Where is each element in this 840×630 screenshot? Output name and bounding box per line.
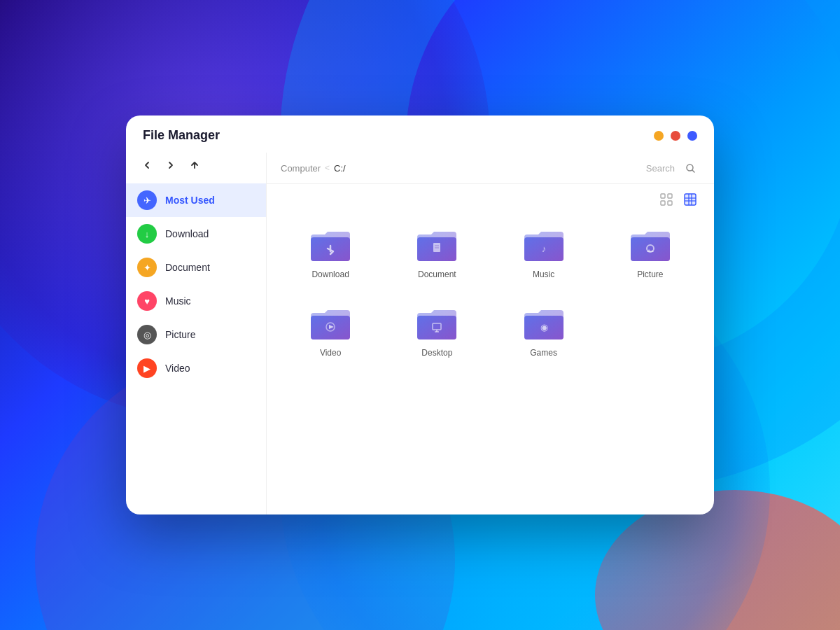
- sidebar: ✈Most Used↓Download✦Document♥Music◎Pictu…: [126, 153, 266, 514]
- back-button[interactable]: [137, 155, 157, 175]
- sidebar-icon-video: ▶: [137, 358, 157, 378]
- sidebar-label-most-used: Most Used: [165, 195, 215, 206]
- svg-rect-2: [668, 194, 672, 198]
- sidebar-item-download[interactable]: ↓Download: [126, 217, 266, 251]
- folder-icon-picture: [628, 226, 673, 264]
- file-label-picture: Picture: [637, 270, 663, 279]
- svg-rect-3: [661, 201, 665, 205]
- sidebar-item-most-used[interactable]: ✈Most Used: [126, 183, 266, 217]
- sidebar-label-music: Music: [165, 295, 191, 307]
- sidebar-label-download: Download: [165, 228, 209, 239]
- search-button[interactable]: [680, 158, 700, 178]
- sidebar-item-music[interactable]: ♥Music: [126, 284, 266, 318]
- svg-rect-1: [661, 194, 665, 198]
- sidebar-item-document[interactable]: ✦Document: [126, 251, 266, 284]
- sidebar-item-video[interactable]: ▶Video: [126, 351, 266, 385]
- titlebar: File Manager: [126, 115, 714, 153]
- file-label-video: Video: [320, 348, 341, 358]
- search-placeholder: Search: [646, 163, 675, 174]
- main-area: ✈Most Used↓Download✦Document♥Music◎Pictu…: [126, 153, 714, 514]
- folder-icon-document: [414, 226, 459, 264]
- sidebar-label-document: Document: [165, 262, 210, 273]
- breadcrumb-computer: Computer: [281, 163, 321, 174]
- sidebar-icon-document: ✦: [137, 258, 157, 277]
- view-controls: [267, 184, 714, 215]
- file-label-desktop: Desktop: [421, 348, 452, 358]
- svg-rect-4: [668, 201, 672, 205]
- sidebar-item-picture[interactable]: ◎Picture: [126, 318, 266, 351]
- file-manager-window: File Manager: [126, 115, 714, 514]
- files-grid: Download Document ♪ Music: [267, 215, 714, 514]
- search-area: Search: [646, 158, 700, 178]
- up-button[interactable]: [185, 155, 204, 175]
- folder-icon-games: ◉: [522, 304, 566, 342]
- file-label-games: Games: [530, 348, 557, 358]
- sidebar-icon-most-used: ✈: [137, 190, 157, 210]
- file-item-picture[interactable]: Picture: [601, 220, 700, 285]
- folder-icon-video: [308, 304, 353, 342]
- file-label-download: Download: [312, 270, 349, 279]
- file-item-desktop[interactable]: Desktop: [387, 299, 486, 363]
- sidebar-icon-music: ♥: [137, 291, 157, 311]
- svg-text:◉: ◉: [540, 322, 547, 332]
- breadcrumb-path: C:/: [334, 163, 346, 174]
- app-title: File Manager: [143, 128, 220, 143]
- nav-bar: [126, 153, 266, 183]
- close-button[interactable]: [671, 131, 680, 141]
- breadcrumb-sep: <: [325, 163, 330, 173]
- file-item-download[interactable]: Download: [281, 220, 380, 285]
- file-label-music: Music: [533, 270, 554, 279]
- maximize-button[interactable]: [687, 131, 697, 141]
- folder-icon-desktop: [414, 304, 459, 342]
- sidebar-icon-picture: ◎: [137, 325, 157, 344]
- grid-view-button[interactable]: [680, 190, 700, 209]
- list-view-button[interactable]: [657, 190, 676, 209]
- file-item-music[interactable]: ♪ Music: [494, 220, 594, 285]
- minimize-button[interactable]: [654, 131, 664, 141]
- file-item-games[interactable]: ◉ Games: [494, 299, 594, 363]
- forward-button[interactable]: [161, 155, 181, 175]
- sidebar-items: ✈Most Used↓Download✦Document♥Music◎Pictu…: [126, 183, 266, 385]
- file-item-video[interactable]: Video: [281, 299, 380, 363]
- window-wrapper: File Manager: [126, 115, 714, 514]
- breadcrumb: Computer < C:/: [281, 163, 346, 174]
- content-area: Computer < C:/ Search: [266, 153, 714, 514]
- file-item-document[interactable]: Document: [387, 220, 486, 285]
- folder-icon-download: [308, 226, 353, 264]
- window-controls: [654, 131, 697, 141]
- svg-text:♪: ♪: [541, 244, 546, 254]
- sidebar-label-picture: Picture: [165, 329, 196, 340]
- folder-icon-music: ♪: [522, 226, 566, 264]
- breadcrumb-bar: Computer < C:/ Search: [267, 153, 714, 184]
- sidebar-icon-download: ↓: [137, 224, 157, 244]
- file-label-document: Document: [418, 270, 456, 279]
- svg-rect-5: [685, 194, 696, 205]
- sidebar-label-video: Video: [165, 363, 190, 374]
